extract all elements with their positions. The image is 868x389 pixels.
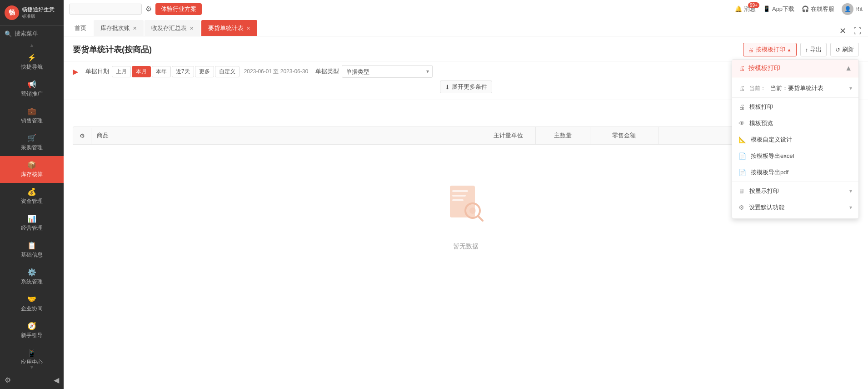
bell-icon: 🔔 bbox=[735, 5, 742, 12]
th-unit: 主计量单位 bbox=[481, 127, 536, 144]
sidebar-item-apps[interactable]: 📱 应用中心 bbox=[0, 344, 64, 364]
search-icon: 🔍 bbox=[5, 30, 12, 37]
sidebar-item-sales[interactable]: 💼 销售管理 bbox=[0, 102, 64, 129]
tab-receipt-summary[interactable]: 收发存汇总表 ✕ bbox=[145, 20, 200, 36]
sidebar-item-inventory[interactable]: 📦 库存核算 bbox=[0, 156, 64, 183]
quick-nav-icon: ⚡ bbox=[27, 53, 36, 62]
refresh-button[interactable]: ↺ 刷新 bbox=[830, 43, 859, 56]
tab-receipt-summary-close-icon[interactable]: ✕ bbox=[190, 25, 194, 31]
tab-inventory-batch[interactable]: 库存批次账 ✕ bbox=[94, 20, 144, 36]
header-left: ⚙ 体验行业方案 bbox=[69, 3, 202, 15]
template-export-excel-item[interactable]: 📄 按模板导出excel bbox=[732, 148, 858, 164]
tab-order-stats[interactable]: 要货单统计表 ✕ bbox=[201, 20, 257, 36]
online-service-label: 在线客服 bbox=[811, 5, 834, 13]
filter-expand-icon[interactable]: ▶ bbox=[73, 67, 78, 76]
tab-close-window-icon[interactable]: ✕ bbox=[838, 26, 848, 36]
default-func-item[interactable]: ⚙ 设置默认功能 ▾ bbox=[732, 199, 858, 216]
prev-month-button[interactable]: 上月 bbox=[112, 66, 131, 77]
th-check: ⚙ bbox=[73, 128, 91, 144]
user-avatar-button[interactable]: 👤 Rit bbox=[842, 3, 863, 15]
custom-button[interactable]: 自定义 bbox=[215, 66, 239, 77]
date-filter-label: 单据日期 bbox=[85, 67, 109, 76]
app-name: 畅捷通好生意 bbox=[22, 6, 55, 14]
inventory-icon: 📦 bbox=[27, 161, 36, 169]
print-dropdown-arrow-icon: ▲ bbox=[787, 47, 792, 52]
guide-icon: 🧭 bbox=[27, 322, 36, 330]
finance-icon: 💰 bbox=[27, 187, 36, 196]
breadcrumb-input[interactable] bbox=[69, 4, 142, 15]
template-custom-item[interactable]: 📐 模板自定义设计 bbox=[732, 131, 858, 148]
default-func-label: 设置默认功能 bbox=[749, 203, 784, 212]
this-year-button[interactable]: 本年 bbox=[152, 66, 171, 77]
tab-maximize-icon[interactable]: ⛶ bbox=[852, 26, 863, 36]
mobile-icon: 📱 bbox=[763, 5, 770, 12]
sidebar-item-purchase[interactable]: 🛒 采购管理 bbox=[0, 129, 64, 156]
sidebar-item-finance[interactable]: 💰 资金管理 bbox=[0, 183, 64, 210]
doc-type-select[interactable]: 单据类型 bbox=[342, 65, 433, 78]
template-export-pdf-label: 按模板导出pdf bbox=[751, 168, 788, 177]
basics-icon: 📋 bbox=[27, 241, 36, 250]
template-preview-label: 模板预览 bbox=[749, 119, 773, 127]
gear-settings-icon[interactable]: ⚙ bbox=[80, 132, 85, 139]
sidebar-item-quick-nav[interactable]: ⚡ 快捷导航 bbox=[0, 49, 64, 76]
expand-more-button[interactable]: ⬇ 展开更多条件 bbox=[440, 81, 492, 93]
sidebar-scroll-up[interactable]: ▲ bbox=[0, 41, 64, 49]
doc-type-filter-item: 单据类型 单据类型 bbox=[315, 65, 433, 78]
date-range-text: 2023-06-01 至 2023-06-30 bbox=[244, 68, 308, 76]
collab-label: 企业协同 bbox=[21, 305, 43, 313]
current-template-item[interactable]: 🖨 当前： 当前：要货单统计表 ▾ bbox=[732, 80, 858, 96]
sidebar-item-operations[interactable]: 📊 经营管理 bbox=[0, 210, 64, 237]
doc-type-label: 单据类型 bbox=[315, 67, 339, 76]
sidebar-bottom: ⚙ ◀ bbox=[0, 371, 64, 389]
apps-icon: 📱 bbox=[27, 349, 36, 357]
display-print-label: 按显示打印 bbox=[749, 187, 779, 195]
template-custom-icon: 📐 bbox=[738, 136, 746, 143]
collapse-icon[interactable]: ◀ bbox=[54, 376, 59, 384]
empty-icon bbox=[443, 181, 489, 235]
notification-button[interactable]: 🔔 消息 99+ bbox=[735, 5, 756, 13]
more-button[interactable]: 更多 bbox=[195, 66, 214, 77]
current-template-arrow-icon: ▾ bbox=[849, 85, 852, 91]
marketing-label: 营销推广 bbox=[21, 90, 43, 98]
system-label: 系统管理 bbox=[21, 278, 43, 286]
template-preview-icon: 👁 bbox=[738, 120, 745, 127]
online-service-button[interactable]: 🎧 在线客服 bbox=[802, 5, 834, 13]
export-button[interactable]: ↑ 导出 bbox=[800, 43, 827, 56]
sidebar-item-guide[interactable]: 🧭 新手引导 bbox=[0, 317, 64, 344]
tab-order-stats-close-icon[interactable]: ✕ bbox=[246, 25, 250, 31]
display-print-item[interactable]: 🖥 按显示打印 ▾ bbox=[732, 183, 858, 199]
sidebar-items: ⚡ 快捷导航 📢 营销推广 💼 销售管理 🛒 采购管理 📦 库存核算 💰 资金管… bbox=[0, 49, 64, 364]
date-filter-item: 单据日期 上月 本月 本年 近7天 更多 自定义 2023-06-01 至 20… bbox=[85, 66, 308, 77]
sidebar-item-system[interactable]: ⚙️ 系统管理 bbox=[0, 263, 64, 290]
guide-label: 新手引导 bbox=[21, 332, 43, 339]
print-dropdown: 🖨 按模板打印 ▲ 🖨 当前： 当前：要货单统计表 bbox=[732, 59, 859, 219]
template-print-item[interactable]: 🖨 模板打印 bbox=[732, 99, 858, 115]
settings-icon[interactable]: ⚙ bbox=[5, 376, 11, 384]
sidebar-item-collab[interactable]: 🤝 企业协同 bbox=[0, 290, 64, 317]
current-template-icon: 🖨 bbox=[738, 85, 745, 92]
filter-expand-btn[interactable]: ▶ bbox=[73, 67, 78, 76]
tab-home[interactable]: 首页 bbox=[68, 20, 93, 36]
last7-button[interactable]: 近7天 bbox=[172, 66, 194, 77]
divider-1 bbox=[732, 97, 858, 98]
sidebar-item-marketing[interactable]: 📢 营销推广 bbox=[0, 76, 64, 102]
quick-nav-label: 快捷导航 bbox=[21, 63, 43, 71]
current-template-value: 当前：要货单统计表 bbox=[770, 84, 823, 92]
date-buttons: 上月 本月 本年 近7天 更多 自定义 bbox=[112, 66, 239, 77]
sidebar-scroll-down[interactable]: ▼ bbox=[0, 364, 64, 371]
expand-more-label: 展开更多条件 bbox=[452, 83, 487, 91]
template-export-pdf-item[interactable]: 📄 按模板导出pdf bbox=[732, 164, 858, 181]
sidebar-item-basics[interactable]: 📋 基础信息 bbox=[0, 237, 64, 263]
sidebar-search[interactable]: 🔍 搜索菜单 bbox=[0, 26, 64, 41]
print-template-button[interactable]: 🖨 按模板打印 ▲ bbox=[743, 43, 797, 56]
svg-rect-1 bbox=[452, 190, 468, 192]
this-month-button[interactable]: 本月 bbox=[132, 66, 151, 77]
app-download-button[interactable]: 📱 App下载 bbox=[763, 5, 794, 13]
tabs-bar: 首页 库存批次账 ✕ 收发存汇总表 ✕ 要货单统计表 ✕ ✕ ⛶ bbox=[64, 18, 868, 36]
print-dropdown-close-icon[interactable]: ▲ bbox=[845, 64, 852, 72]
settings-gear-icon[interactable]: ⚙ bbox=[145, 5, 152, 13]
marketing-icon: 📢 bbox=[27, 80, 36, 89]
template-preview-item[interactable]: 👁 模板预览 bbox=[732, 115, 858, 131]
trial-button[interactable]: 体验行业方案 bbox=[155, 3, 202, 15]
tab-inventory-batch-close-icon[interactable]: ✕ bbox=[133, 25, 137, 31]
